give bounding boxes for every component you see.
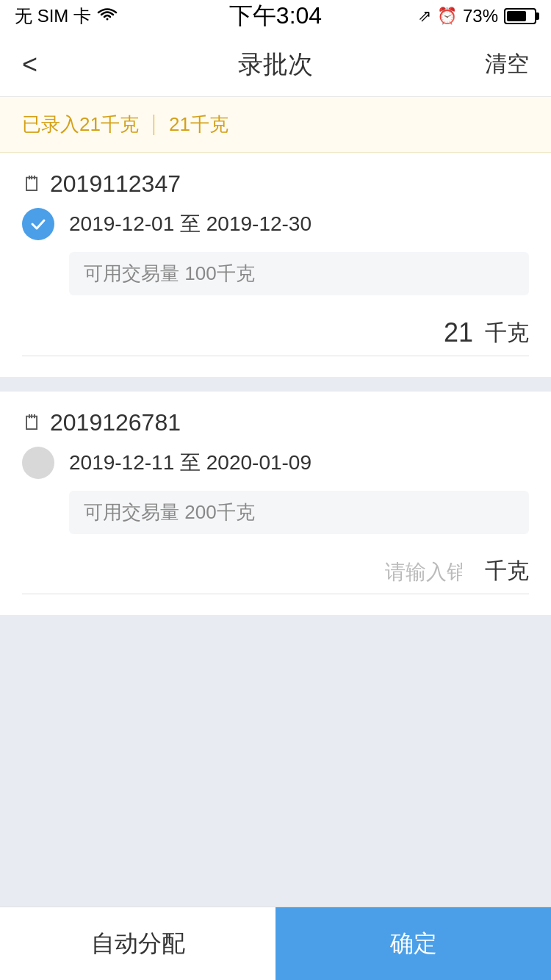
batch-doc-icon-2: 🗒 xyxy=(22,411,43,435)
info-divider xyxy=(154,115,154,135)
back-button[interactable]: < xyxy=(22,49,37,80)
carrier-label: 无 SIM 卡 xyxy=(15,4,91,28)
batch-qty-2: 可用交易量 200千克 xyxy=(69,491,529,534)
batch-id-2: 2019126781 xyxy=(50,409,181,436)
batch-input-row-1: 21 千克 xyxy=(22,310,529,356)
batch-date-2: 2019-12-11 至 2020-01-09 xyxy=(69,449,311,477)
batch-input-row-2[interactable]: 千克 xyxy=(22,549,529,594)
info-banner: 已录入21千克 21千克 xyxy=(0,97,551,153)
batch-card-1: 🗒 2019112347 2019-12-01 至 2019-12-30 可用交… xyxy=(0,153,551,377)
page-title: 录批次 xyxy=(238,48,313,82)
batch-date-1: 2019-12-01 至 2019-12-30 xyxy=(69,210,311,238)
batch-row-2: 2019-12-11 至 2020-01-09 xyxy=(22,447,529,479)
bottom-spacer xyxy=(0,615,551,909)
batch-unit-1: 千克 xyxy=(485,318,529,348)
batch-header-2: 🗒 2019126781 xyxy=(22,409,529,436)
batch-card-2: 🗒 2019126781 2019-12-11 至 2020-01-09 可用交… xyxy=(0,392,551,615)
status-bar: 无 SIM 卡 下午3:04 ⇗ ⏰ 73% xyxy=(0,0,551,32)
batch-qty-1: 可用交易量 100千克 xyxy=(69,252,529,295)
batch-qty-input-2[interactable] xyxy=(385,558,473,585)
location-icon: ⇗ xyxy=(418,7,431,26)
batch-unit-2: 千克 xyxy=(485,556,529,586)
recorded-label: 已录入21千克 xyxy=(22,112,139,137)
auto-distribute-button[interactable]: 自动分配 xyxy=(0,907,276,980)
battery-icon xyxy=(504,8,536,24)
batch-header-1: 🗒 2019112347 xyxy=(22,170,529,198)
info-value: 21千克 xyxy=(169,112,228,137)
bottom-bar: 自动分配 确定 xyxy=(0,907,551,980)
confirm-button[interactable]: 确定 xyxy=(276,907,551,980)
batch-id-1: 2019112347 xyxy=(50,170,181,198)
section-divider xyxy=(0,377,551,392)
batch-row-1: 2019-12-01 至 2019-12-30 xyxy=(22,208,529,240)
alarm-icon: ⏰ xyxy=(437,7,457,26)
check-circle-1[interactable] xyxy=(22,208,54,240)
batch-filled-value-1: 21 xyxy=(444,317,473,348)
status-left: 无 SIM 卡 xyxy=(15,4,118,28)
uncheck-circle-2[interactable] xyxy=(22,447,54,479)
clear-button[interactable]: 清空 xyxy=(485,49,529,79)
nav-bar: < 录批次 清空 xyxy=(0,32,551,97)
batch-doc-icon-1: 🗒 xyxy=(22,172,43,196)
battery-percent: 73% xyxy=(463,6,498,26)
wifi-icon xyxy=(97,6,118,26)
status-time: 下午3:04 xyxy=(229,0,322,32)
status-right: ⇗ ⏰ 73% xyxy=(418,6,536,26)
